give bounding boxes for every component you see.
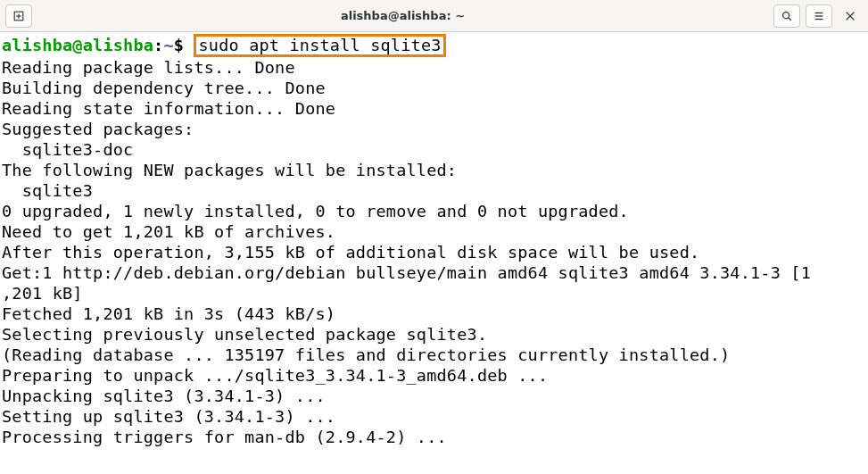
- terminal-output-area[interactable]: alishba@alishba:~$ sudo apt install sqli…: [0, 32, 868, 474]
- output-line: sqlite3-doc: [2, 139, 866, 160]
- output-line: Get:1 http://deb.debian.org/debian bulls…: [2, 262, 866, 283]
- window-titlebar: alishba@alishba: ~: [0, 0, 868, 32]
- window-title: alishba@alishba: ~: [37, 9, 768, 22]
- output-line: Unpacking sqlite3 (3.34.1-3) ...: [2, 386, 866, 406]
- svg-line-4: [789, 17, 791, 20]
- output-line: Reading package lists... Done: [2, 57, 866, 78]
- output-line: Reading state information... Done: [2, 98, 866, 119]
- output-line: 0 upgraded, 1 newly installed, 0 to remo…: [2, 201, 866, 221]
- prompt-path: ~: [163, 36, 173, 54]
- output-line: After this operation, 3,155 kB of additi…: [2, 242, 866, 262]
- new-tab-button[interactable]: [5, 4, 32, 28]
- highlighted-command: sudo apt install sqlite3: [194, 34, 445, 57]
- output-line: Selecting previously unselected package …: [2, 324, 866, 345]
- close-button[interactable]: [838, 4, 863, 28]
- output-line: ,201 kB]: [2, 283, 866, 304]
- search-button[interactable]: [773, 4, 800, 28]
- prompt-colon: :: [153, 36, 163, 54]
- search-icon: [781, 10, 793, 22]
- output-line: Suggested packages:: [2, 119, 866, 139]
- output-line: Preparing to unpack .../sqlite3_3.34.1-3…: [2, 365, 866, 386]
- output-line: Need to get 1,201 kB of archives.: [2, 221, 866, 242]
- prompt-symbol: $: [174, 36, 184, 54]
- output-line: Setting up sqlite3 (3.34.1-3) ...: [2, 406, 866, 427]
- output-line: sqlite3: [2, 180, 866, 201]
- output-line: Processing triggers for man-db (2.9.4-2)…: [2, 427, 866, 447]
- output-line: Fetched 1,201 kB in 3s (443 kB/s): [2, 304, 866, 324]
- svg-point-3: [783, 12, 789, 18]
- new-tab-icon: [12, 10, 25, 22]
- prompt-line: alishba@alishba:~$ sudo apt install sqli…: [2, 34, 866, 57]
- close-icon: [844, 10, 856, 22]
- menu-button[interactable]: [806, 4, 832, 28]
- hamburger-icon: [813, 10, 825, 22]
- output-line: The following NEW packages will be insta…: [2, 160, 866, 180]
- output-line: Building dependency tree... Done: [2, 78, 866, 98]
- output-line: (Reading database ... 135197 files and d…: [2, 345, 866, 365]
- prompt-user: alishba@alishba: [2, 36, 153, 54]
